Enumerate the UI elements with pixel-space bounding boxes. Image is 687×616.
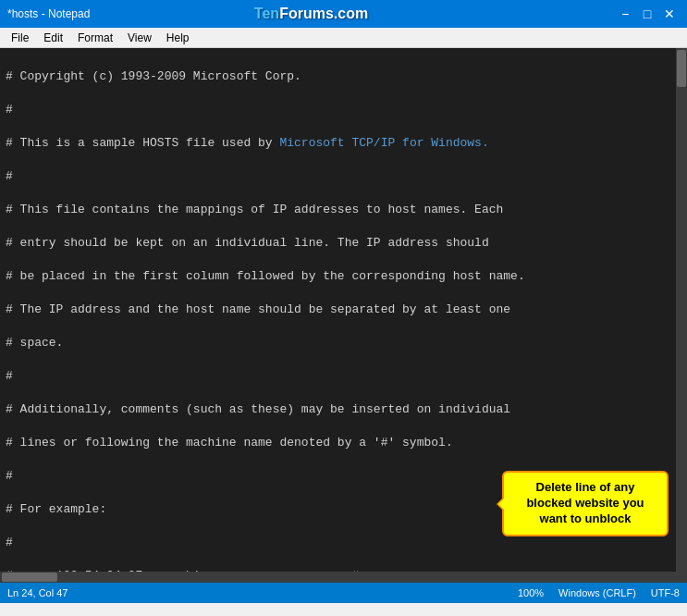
line-12: # lines or following the machine name de… [6, 435, 670, 451]
menu-bar: File Edit Format View Help [0, 28, 687, 48]
scrollbar-vertical[interactable] [676, 48, 687, 572]
menu-view[interactable]: View [120, 30, 159, 46]
tooltip-text: Delete line of any blocked website you w… [526, 480, 644, 525]
line-9: # space. [6, 335, 670, 351]
line-7: # be placed in the first column followed… [6, 268, 670, 285]
scrollbar-v-thumb[interactable] [677, 50, 686, 87]
line-3: # This is a sample HOSTS file used by Mi… [6, 135, 670, 152]
line-4: # [6, 168, 670, 185]
encoding[interactable]: UTF-8 [651, 587, 680, 598]
tooltip-bubble: Delete line of any blocked website you w… [502, 471, 669, 536]
minimize-button[interactable]: − [615, 5, 635, 23]
status-right-group: 100% Windows (CRLF) UTF-8 [518, 587, 680, 598]
line-15: # [6, 535, 670, 551]
title-bar: *hosts - Notepad TenForums.com − □ ✕ [0, 0, 687, 28]
scrollbar-horizontal[interactable] [0, 572, 676, 583]
menu-file[interactable]: File [4, 30, 36, 46]
tenforums-logo-area: TenForums.com [7, 6, 615, 22]
scrollbar-corner [676, 572, 687, 583]
menu-help[interactable]: Help [159, 30, 197, 46]
scrollbar-h-thumb[interactable] [2, 573, 57, 582]
close-button[interactable]: ✕ [659, 5, 680, 23]
line-5: # This file contains the mappings of IP … [6, 202, 670, 218]
status-bar: Ln 24, Col 47 100% Windows (CRLF) UTF-8 [0, 583, 687, 603]
tenforums-logo: TenForums.com [254, 6, 368, 21]
cursor-position: Ln 24, Col 47 [7, 587, 67, 598]
zoom-level[interactable]: 100% [518, 587, 544, 598]
line-6: # entry should be kept on an individual … [6, 235, 670, 252]
line-11: # Additionally, comments (such as these)… [6, 401, 670, 418]
line-2: # [6, 102, 670, 118]
line-1: # Copyright (c) 1993-2009 Microsoft Corp… [6, 68, 670, 85]
menu-format[interactable]: Format [70, 30, 120, 46]
line-ending[interactable]: Windows (CRLF) [558, 587, 636, 598]
maximize-button[interactable]: □ [637, 5, 657, 23]
editor-area[interactable]: # Copyright (c) 1993-2009 Microsoft Corp… [0, 48, 687, 583]
menu-edit[interactable]: Edit [36, 30, 70, 46]
window-controls: − □ ✕ [615, 5, 680, 23]
line-10: # [6, 368, 670, 385]
line-8: # The IP address and the host name shoul… [6, 302, 670, 318]
